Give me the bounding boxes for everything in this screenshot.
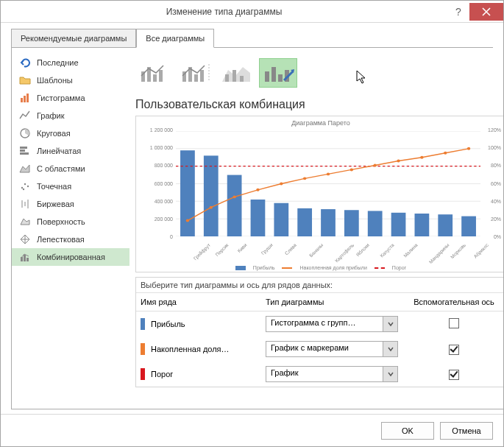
svg-rect-51 [321,209,336,236]
scatter-chart-icon [19,180,31,192]
y-axis-tick-label: 1 000 000 [138,145,173,150]
sidebar-item-column[interactable]: Гистограмма [12,89,129,107]
sidebar-item-label: Лепестковая [37,235,85,244]
variant-clustered-line-secondary[interactable] [177,58,215,88]
chevron-down-icon[interactable] [383,317,397,331]
chart-type-dropdown[interactable]: Гистограмма с групп… [266,316,398,332]
y2-axis-tick-label: 60% [491,181,501,186]
x-axis-tick-label: Яблоки [355,242,370,258]
y2-axis-tick-label: 80% [491,163,501,168]
chart-title: Диаграмма Парето [136,116,503,127]
svg-rect-52 [344,210,359,236]
tab-strip: Рекомендуемые диаграммы Все диаграммы [1,23,503,48]
svg-point-67 [374,164,377,167]
svg-rect-35 [271,67,276,82]
x-axis-tick-label: Персик [214,242,229,257]
sidebar-item-label: Круговая [37,129,71,138]
y-axis-tick-label: 200 000 [138,217,173,222]
ok-button[interactable]: OK [381,422,434,440]
variant-stacked-area-column[interactable] [218,58,256,88]
secondary-axis-checkbox[interactable] [449,318,459,328]
dropdown-value: Гистограмма с групп… [266,317,383,331]
svg-rect-2 [26,94,29,102]
svg-rect-45 [180,150,195,236]
svg-rect-48 [251,200,266,236]
tab-all[interactable]: Все диаграммы [136,29,214,48]
chart-type-dropdown[interactable]: График [266,366,398,382]
chart-variant-row [135,55,503,91]
variant-clustered-line[interactable] [135,58,174,88]
svg-rect-31 [225,74,229,82]
sidebar-item-templates[interactable]: Шаблоны [12,71,129,89]
svg-rect-47 [227,175,242,236]
chart-type-dropdown[interactable]: График с маркерами [266,341,398,357]
svg-rect-27 [194,74,198,82]
series-color-swatch [141,318,145,330]
svg-rect-4 [20,147,27,149]
chevron-down-icon[interactable] [383,367,397,381]
close-button[interactable] [469,3,503,21]
titlebar: Изменение типа диаграммы ? [1,1,503,23]
svg-point-66 [350,168,353,171]
svg-point-59 [186,219,189,222]
y-axis-tick-label: 400 000 [138,199,173,204]
svg-point-63 [280,183,283,186]
x-axis-tick-label: Бананы [308,242,324,258]
series-name-label: Накопленная доля… [151,345,230,353]
svg-marker-7 [20,165,29,172]
y2-axis-tick-label: 120% [488,127,501,133]
sidebar-item-radar[interactable]: Лепестковая [12,230,129,248]
sidebar-item-label: Биржевая [37,200,74,208]
sidebar-item-scatter[interactable]: Точечная [12,177,129,195]
x-axis-tick-label: Киви [236,242,247,253]
window-title: Изменение типа диаграммы [1,7,447,17]
sidebar-item-pie[interactable]: Круговая [12,124,129,142]
pie-chart-icon [19,127,31,139]
svg-point-10 [27,186,29,187]
sidebar-item-stock[interactable]: Биржевая [12,195,129,213]
svg-rect-46 [204,155,219,236]
x-axis-tick-label: Морковь [450,242,466,259]
sidebar-item-label: Комбинированная [37,253,105,261]
sidebar-item-area[interactable]: С областями [12,160,129,177]
y-axis-tick-label: 600 000 [138,181,173,186]
section-title: Пользовательская комбинация [135,98,503,111]
x-axis-tick-label: Слива [284,242,297,256]
svg-point-64 [303,177,306,180]
variant-custom-combo[interactable] [259,58,297,88]
svg-rect-20 [26,258,29,261]
header-secondary-axis: Вспомогательная ось [402,293,503,311]
cancel-button[interactable]: Отмена [440,422,493,440]
tab-recommended[interactable]: Рекомендуемые диаграммы [11,29,136,48]
svg-rect-23 [153,74,157,82]
series-config-row: ПрибыльГистограмма с групп… [136,312,503,337]
config-caption: Выберите тип диаграммы и ось для рядов д… [136,278,503,292]
line-chart-icon [19,110,31,122]
chevron-down-icon[interactable] [383,342,397,356]
chart-preview: Диаграмма Парето Прибыль Накопленная дол… [135,116,503,272]
sidebar-item-label: Точечная [37,182,71,191]
chart-legend: Прибыль Накопленная доля прибыли Порог [136,265,503,270]
sidebar-item-bar[interactable]: Линейчатая [12,142,129,160]
svg-rect-34 [265,71,269,82]
svg-point-61 [233,195,235,198]
column-chart-icon [19,92,31,104]
secondary-axis-checkbox[interactable] [449,370,459,380]
secondary-axis-checkbox[interactable] [449,345,459,355]
svg-rect-32 [233,70,236,82]
surface-chart-icon [19,216,31,228]
header-chart-type: Тип диаграммы [261,293,402,311]
sidebar-item-label: График [37,111,65,120]
svg-point-11 [23,189,24,190]
sidebar-item-recent[interactable]: Последние [12,54,129,71]
sidebar-item-surface[interactable]: Поверхность [12,213,129,230]
series-color-swatch [141,343,145,355]
sidebar-item-combo[interactable]: Комбинированная [12,248,129,266]
help-button[interactable]: ? [447,3,469,21]
cursor-icon [356,70,368,88]
sidebar-item-line[interactable]: График [12,107,129,124]
y-axis-tick-label: 1 200 000 [138,127,173,133]
svg-point-9 [24,183,26,185]
sidebar-item-label: Шаблоны [37,76,73,85]
y2-axis-tick-label: 0% [494,234,501,239]
